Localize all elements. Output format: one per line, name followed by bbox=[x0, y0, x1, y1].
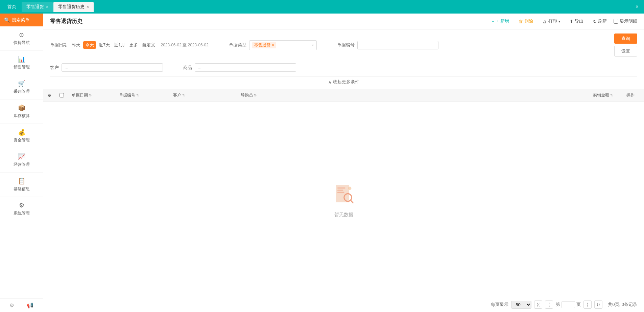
goods-input[interactable]: ... bbox=[195, 63, 296, 72]
sidebar-item-operation[interactable]: 📈 经营管理 bbox=[0, 148, 43, 173]
query-button[interactable]: 查询 bbox=[614, 34, 637, 44]
th-num-label: 单据编号 bbox=[119, 92, 135, 98]
new-label: + 新增 bbox=[497, 18, 509, 24]
window-close-button[interactable]: × bbox=[633, 2, 641, 11]
page-size-select[interactable]: 50 10 20 100 bbox=[511, 301, 531, 309]
tab-retail-return[interactable]: 零售退货 × bbox=[22, 2, 53, 12]
th-amount-sort[interactable]: ⇅ bbox=[610, 93, 613, 97]
th-customer-sort[interactable]: ⇅ bbox=[182, 93, 185, 97]
settings-bottom-icon[interactable]: ⚙ bbox=[9, 302, 14, 309]
type-tag-close[interactable]: × bbox=[272, 43, 274, 47]
delete-button[interactable]: 🗑 删除 bbox=[516, 17, 536, 26]
filter-rows: 单据日期 昨天 今天 近7天 近1月 更多 自定义 2023-06-02 至 2… bbox=[50, 34, 637, 75]
svg-rect-1 bbox=[337, 187, 345, 188]
filter-section: 单据日期 昨天 今天 近7天 近1月 更多 自定义 2023-06-02 至 2… bbox=[43, 29, 644, 89]
print-icon: 🖨 bbox=[543, 19, 547, 24]
operation-icon: 📈 bbox=[18, 153, 25, 160]
filter-collapse[interactable]: ∧ 收起更多条件 bbox=[50, 76, 637, 87]
num-input[interactable] bbox=[357, 41, 438, 49]
retail-return-history-tab-label: 零售退货历史 bbox=[58, 4, 85, 10]
th-action: 操作 bbox=[617, 92, 644, 98]
finance-icon: 💰 bbox=[18, 129, 25, 136]
filter-row-1: 单据日期 昨天 今天 近7天 近1月 更多 自定义 2023-06-02 至 2… bbox=[50, 34, 637, 57]
sidebar-item-inventory[interactable]: 📦 库存核算 bbox=[0, 99, 43, 124]
sidebar-search[interactable]: 🔍 搜索菜单 bbox=[0, 14, 43, 26]
page-title: 零售退货历史 bbox=[50, 18, 82, 25]
sidebar-item-sales[interactable]: 📊 销售管理 bbox=[0, 51, 43, 75]
content-area: 零售退货历史 ＋ + 新增 🗑 删除 🖨 打印 ▾ ⬆ 导出 bbox=[43, 14, 644, 312]
export-button[interactable]: ⬆ 导出 bbox=[567, 17, 586, 26]
svg-rect-3 bbox=[337, 192, 344, 193]
collapse-label: 收起更多条件 bbox=[333, 79, 359, 85]
tab-retail-return-history[interactable]: 零售退货历史 × bbox=[53, 2, 93, 12]
th-check[interactable] bbox=[55, 93, 68, 97]
page-input[interactable]: 1 bbox=[562, 301, 575, 308]
th-amount-label: 实销金额 bbox=[593, 92, 609, 98]
svg-line-5 bbox=[351, 200, 353, 203]
num-label: 单据编号 bbox=[337, 42, 355, 48]
show-detail-checkbox[interactable] bbox=[614, 19, 618, 24]
retail-return-tab-close[interactable]: × bbox=[46, 5, 48, 9]
page-last-button[interactable]: ⟩⟩ bbox=[594, 300, 602, 309]
customer-label: 客户 bbox=[50, 65, 59, 71]
top-bar: 首页 零售退货 × 零售退货历史 × × bbox=[0, 0, 644, 14]
sidebar-item-quick-nav[interactable]: ⊙ 快捷导航 bbox=[0, 26, 43, 51]
th-guide-label: 导购员 bbox=[241, 92, 253, 98]
sidebar-item-label-sales: 销售管理 bbox=[14, 64, 30, 70]
empty-state-icon bbox=[330, 181, 357, 208]
sidebar-item-label-system: 系统管理 bbox=[14, 210, 30, 216]
toolbar: ＋ + 新增 🗑 删除 🖨 打印 ▾ ⬆ 导出 ↻ bbox=[488, 17, 637, 26]
date-opt-today[interactable]: 今天 bbox=[83, 41, 96, 49]
date-opt-custom[interactable]: 自定义 bbox=[141, 41, 157, 49]
new-button[interactable]: ＋ + 新增 bbox=[488, 17, 512, 26]
goods-label: 商品 bbox=[183, 65, 192, 71]
date-opt-more[interactable]: 更多 bbox=[128, 41, 139, 49]
sidebar-item-system[interactable]: ⚙ 系统管理 bbox=[0, 197, 43, 221]
retail-return-tab-label: 零售退货 bbox=[26, 4, 44, 10]
th-customer: 客户 ⇅ bbox=[169, 92, 237, 98]
page-next-button[interactable]: ⟩ bbox=[583, 300, 592, 309]
sidebar-item-purchase[interactable]: 🛒 采购管理 bbox=[0, 75, 43, 99]
tab-home[interactable]: 首页 bbox=[3, 2, 21, 12]
refresh-label: 刷新 bbox=[598, 18, 607, 24]
print-button[interactable]: 🖨 打印 ▾ bbox=[540, 17, 563, 26]
refresh-button[interactable]: ↻ 刷新 bbox=[590, 17, 610, 26]
select-all-checkbox[interactable] bbox=[59, 93, 64, 97]
sidebar-item-basic[interactable]: 📋 基础信息 bbox=[0, 173, 43, 197]
th-num-sort[interactable]: ⇅ bbox=[136, 93, 139, 97]
date-range-display: 2023-06-02 至 2023-06-02 bbox=[161, 42, 208, 48]
sidebar-item-finance[interactable]: 💰 资金管理 bbox=[0, 124, 43, 148]
svg-point-6 bbox=[348, 186, 351, 190]
page-unit: 页 bbox=[576, 302, 581, 308]
settings-button[interactable]: 设置 bbox=[614, 46, 637, 57]
th-guide-sort[interactable]: ⇅ bbox=[254, 93, 257, 97]
filter-customer: 客户 ... bbox=[50, 63, 163, 72]
date-opt-last7[interactable]: 近7天 bbox=[97, 41, 111, 49]
th-customer-label: 客户 bbox=[173, 92, 181, 98]
date-opt-yesterday[interactable]: 昨天 bbox=[70, 41, 82, 49]
search-icon: 🔍 bbox=[4, 17, 10, 23]
show-detail-toggle[interactable]: 显示明细 bbox=[614, 18, 637, 24]
type-label: 单据类型 bbox=[229, 42, 246, 48]
type-selector[interactable]: 零售退货 × ▾ bbox=[249, 40, 317, 50]
system-icon: ⚙ bbox=[19, 202, 24, 209]
delete-icon: 🗑 bbox=[519, 19, 523, 24]
th-amount: 实销金额 ⇅ bbox=[291, 92, 617, 98]
th-settings[interactable]: ⚙ bbox=[43, 93, 55, 98]
refresh-icon: ↻ bbox=[593, 19, 597, 24]
print-chevron-icon: ▾ bbox=[558, 20, 560, 23]
tab-bar: 首页 零售退货 × 零售退货历史 × bbox=[3, 2, 633, 12]
settings-icon: ⚙ bbox=[48, 93, 51, 98]
th-date-sort[interactable]: ⇅ bbox=[89, 93, 92, 97]
volume-bottom-icon[interactable]: 📢 bbox=[27, 302, 33, 309]
sidebar-item-label-basic: 基础信息 bbox=[14, 186, 30, 192]
basic-icon: 📋 bbox=[18, 177, 25, 185]
filter-row-2: 客户 ... 商品 ... bbox=[50, 63, 637, 72]
retail-return-history-tab-close[interactable]: × bbox=[87, 5, 89, 9]
sales-icon: 📊 bbox=[18, 55, 25, 63]
page-first-button[interactable]: ⟨⟨ bbox=[534, 300, 542, 309]
customer-input[interactable]: ... bbox=[62, 63, 163, 72]
date-opt-last-month[interactable]: 近1月 bbox=[113, 41, 126, 49]
page-prev-button[interactable]: ⟨ bbox=[545, 300, 553, 309]
page-info: 第 1 页 bbox=[556, 301, 581, 308]
